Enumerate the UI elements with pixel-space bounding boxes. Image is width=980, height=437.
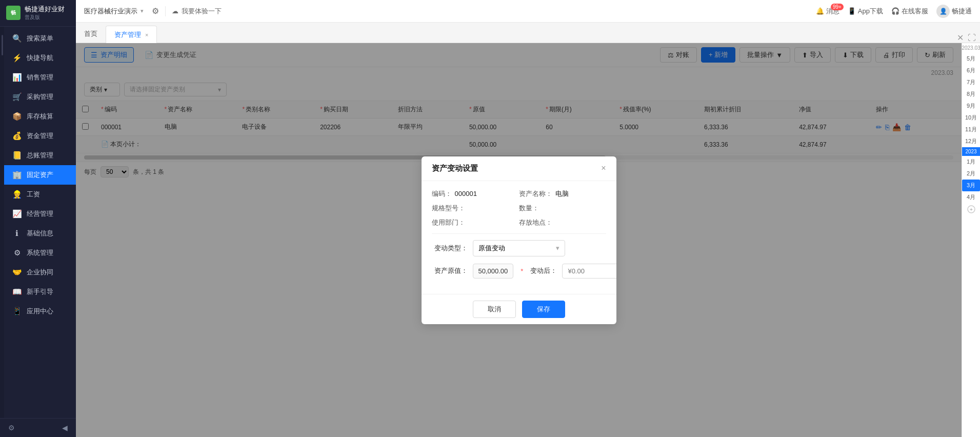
cal-month-8[interactable]: 8月 [962,88,980,100]
sidebar-item-general-ledger[interactable]: 📒 总账管理 [4,146,76,165]
mobile-icon: 📱 [848,7,856,15]
business-icon: 📈 [12,209,22,218]
sidebar-item-cooperation[interactable]: 🤝 企业协同 [4,263,76,282]
qty-label: 数量： [519,204,539,213]
experience-text: 我要体验一下 [182,7,222,16]
company-arrow-icon: ▾ [141,8,144,14]
sidebar-item-label: 采购管理 [27,92,53,102]
sidebar-item-basic-info[interactable]: ℹ 基础信息 [4,224,76,243]
window-maximize-icon[interactable]: ⛶ [968,33,976,43]
sidebar: 畅 畅捷通好业财 普及版 🔍 搜索菜单 ⚡ 快捷导航 📊 销售管理 [0,0,76,437]
cal-month-11[interactable]: 11月 [962,124,980,135]
customer-service-button[interactable]: 🎧 在线客服 [891,7,928,16]
sidebar-item-funds[interactable]: 💰 资金管理 [4,126,76,146]
sidebar-item-label: 新手引导 [27,287,53,296]
experience-button[interactable]: ☁ 我要体验一下 [172,7,222,16]
app-download-button[interactable]: 📱 App下载 [848,7,883,16]
sidebar-item-label: 企业协同 [27,268,53,277]
cal-month-5[interactable]: 5月 [962,53,980,65]
sidebar-item-business[interactable]: 📈 经营管理 [4,204,76,224]
user-profile[interactable]: 👤 畅捷通 [936,5,972,18]
modal-close-button[interactable]: × [601,164,606,173]
cal-expand-icon[interactable]: + [967,205,975,214]
cal-year-2023[interactable]: 2023 [962,147,980,156]
notifications-button[interactable]: 🔔 消息 99+ [816,7,839,16]
basic-info-icon: ℹ [12,229,22,238]
company-selector[interactable]: 医疗器械行业演示 ▾ [84,7,144,16]
cal-month-12[interactable]: 12月 [962,135,980,147]
change-type-value: 原值变动 [478,244,505,253]
quick-nav-icon: ⚡ [12,53,22,63]
sidebar-footer: ⚙ ◀ [0,418,76,437]
app-logo: 畅 [6,6,21,20]
sidebar-item-label: 应用中心 [27,307,53,316]
cal-month-3[interactable]: 3月 [962,180,980,191]
sidebar-item-payroll[interactable]: 👷 工资 [4,185,76,204]
modal-title: 资产变动设置 [432,164,478,173]
settings-footer-icon[interactable]: ⚙ [8,424,15,432]
tab-close-icon[interactable]: × [145,32,148,38]
customer-service-label: 在线客服 [902,7,928,16]
sidebar-item-app-center[interactable]: 📱 应用中心 [4,302,76,321]
change-type-row: 变动类型： 原值变动 ▾ [432,240,606,256]
sidebar-item-search[interactable]: 🔍 搜索菜单 [4,29,76,48]
collapse-icon[interactable]: ◀ [62,424,68,432]
page: ☰ 资产明细 📄 变更生成凭证 ⚖ 对账 + 新增 批量操作 ▼ [76,43,962,437]
headset-icon: 🎧 [891,7,899,15]
code-label: 编码： [432,189,452,198]
right-calendar-panel: 2023.03 5月 6月 7月 8月 9月 10月 11月 12月 2023 … [962,43,980,437]
cal-month-1[interactable]: 1月 [962,156,980,168]
sidebar-item-label: 快捷导航 [27,53,53,63]
dept-label: 使用部门： [432,218,465,227]
cal-month-2[interactable]: 2月 [962,168,980,180]
sidebar-item-purchase[interactable]: 🛒 采购管理 [4,87,76,107]
window-controls: ✕ ⛶ [957,33,980,43]
content-area: ☰ 资产明细 📄 变更生成凭证 ⚖ 对账 + 新增 批量操作 ▼ [76,43,980,437]
purchase-icon: 🛒 [12,92,22,102]
cal-month-7[interactable]: 7月 [962,76,980,88]
tab-home[interactable]: 首页 [76,25,106,43]
window-close-icon[interactable]: ✕ [957,33,964,43]
required-mark: * [521,267,523,275]
cal-month-6[interactable]: 6月 [962,65,980,76]
sidebar-item-fixed-assets[interactable]: 🏢 固定资产 [4,165,76,185]
modal-info-row-3: 使用部门： 存放地点： [432,218,606,227]
notifications-badge: 99+ [831,4,844,10]
change-type-label: 变动类型： [432,244,468,253]
sidebar-item-label: 工资 [27,190,40,199]
sidebar-item-inventory[interactable]: 📦 库存核算 [4,107,76,126]
search-icon: 🔍 [12,34,22,43]
avatar: 👤 [936,5,950,18]
change-type-select[interactable]: 原值变动 ▾ [473,240,565,256]
modal-info-row-2: 规格型号： 数量： [432,204,606,213]
fixed-assets-icon: 🏢 [12,170,22,180]
after-value-input[interactable] [562,264,616,279]
modal-body: 编码： 000001 资产名称： 电脑 规格型号： [422,181,616,294]
cloud-icon: ☁ [172,7,178,15]
sidebar-item-quick-nav[interactable]: ⚡ 快捷导航 [4,48,76,68]
sidebar-nav: 🔍 搜索菜单 ⚡ 快捷导航 📊 销售管理 🛒 采购管理 📦 库存核算 💰 [4,27,76,418]
original-value-display: 50,000.00 [473,264,514,279]
cal-month-9[interactable]: 9月 [962,100,980,112]
select-arrow-icon: ▾ [556,244,559,252]
app-name: 畅捷通好业财 [25,5,65,14]
sidebar-item-guide[interactable]: 📖 新手引导 [4,282,76,302]
modal-info-row-1: 编码： 000001 资产名称： 电脑 [432,189,606,198]
topbar-gear-icon[interactable]: ⚙ [152,6,159,16]
modal-save-button[interactable]: 保存 [522,301,565,318]
app-info: 畅捷通好业财 普及版 [25,5,65,21]
sidebar-header: 畅 畅捷通好业财 普及版 [0,0,76,27]
modal-cancel-button[interactable]: 取消 [473,301,516,318]
tab-asset-management[interactable]: 资产管理 × [106,26,157,43]
topbar-divider [165,6,166,16]
cal-month-4[interactable]: 4月 [962,191,980,203]
topbar-right: 🔔 消息 99+ 📱 App下载 🎧 在线客服 👤 畅捷通 [816,5,972,18]
modal-name-item: 资产名称： 电脑 [519,189,596,198]
sidebar-item-sales[interactable]: 📊 销售管理 [4,68,76,87]
guide-icon: 📖 [12,287,22,296]
sales-icon: 📊 [12,73,22,82]
funds-icon: 💰 [12,131,22,141]
sidebar-item-system[interactable]: ⚙ 系统管理 [4,243,76,263]
cal-month-10[interactable]: 10月 [962,112,980,124]
company-name: 医疗器械行业演示 [84,7,137,16]
